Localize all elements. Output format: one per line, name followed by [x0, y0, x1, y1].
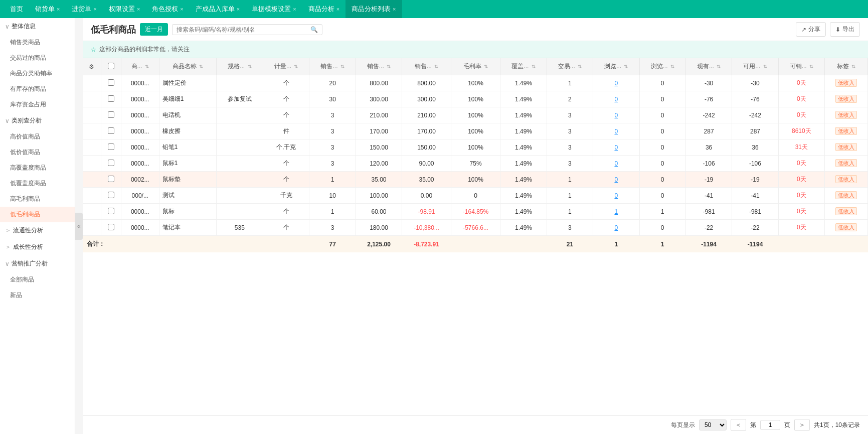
row-settings[interactable] [83, 172, 101, 188]
col-unit[interactable]: 计量... ⇅ [263, 58, 309, 75]
col-code[interactable]: 商... ⇅ [121, 58, 159, 75]
row-browse1[interactable]: 0 [593, 156, 639, 172]
col-sales-count[interactable]: 销售... ⇅ [309, 58, 356, 75]
row-settings[interactable] [83, 220, 101, 236]
row-browse1[interactable]: 0 [593, 139, 639, 156]
row-checkbox[interactable] [101, 123, 121, 139]
col-name[interactable]: 商品名称 ⇅ [159, 58, 216, 75]
nav-home[interactable]: 首页 [4, 0, 29, 18]
sidebar-item-low-value[interactable]: 低价值商品 [0, 144, 75, 160]
row-checkbox[interactable] [101, 172, 121, 188]
close-icon[interactable]: × [237, 6, 240, 12]
col-browse2[interactable]: 浏览... ⇅ [639, 58, 685, 75]
row-settings[interactable] [83, 107, 101, 123]
col-browse1[interactable]: 浏览... ⇅ [593, 58, 639, 75]
sidebar-group-marketing-analysis[interactable]: ∨ 营销推广分析 [0, 255, 75, 272]
row-stock-current: -22 [685, 220, 732, 236]
col-spec[interactable]: 规格... ⇅ [216, 58, 263, 75]
row-unit: 个 [263, 204, 309, 220]
row-settings[interactable] [83, 204, 101, 220]
nav-sales-order[interactable]: 销货单 × [29, 0, 66, 18]
col-tag[interactable]: 标签 ⇅ [825, 58, 868, 75]
sidebar-item-traded-goods[interactable]: 交易过的商品 [0, 50, 75, 66]
row-browse1[interactable]: 0 [593, 123, 639, 139]
col-settings[interactable]: ⚙ [83, 58, 101, 75]
nav-role-auth[interactable]: 角色授权 × [146, 0, 189, 18]
close-icon[interactable]: × [393, 6, 396, 12]
row-browse1[interactable]: 0 [593, 91, 639, 107]
col-coverage[interactable]: 覆盖... ⇅ [500, 58, 547, 75]
row-checkbox[interactable] [101, 107, 121, 123]
col-stock-current[interactable]: 现有... ⇅ [685, 58, 732, 75]
close-icon[interactable]: × [93, 6, 96, 12]
row-browse2: 0 [639, 107, 685, 123]
sidebar-item-stocked-goods[interactable]: 有库存的商品 [0, 81, 75, 97]
row-checkbox[interactable] [101, 139, 121, 156]
sidebar-item-all-goods[interactable]: 全部商品 [0, 272, 75, 287]
search-icon[interactable]: 🔍 [310, 26, 318, 33]
close-icon[interactable]: × [180, 6, 183, 12]
row-checkbox[interactable] [101, 188, 121, 204]
sidebar-item-stock-capital[interactable]: 库存资金占用 [0, 97, 75, 112]
nav-product-analysis[interactable]: 商品分析 × [302, 0, 345, 18]
export-button[interactable]: ⬇ 导出 [830, 22, 860, 37]
row-browse1[interactable]: 0 [593, 172, 639, 188]
filter-time-button[interactable]: 近一月 [140, 23, 168, 36]
row-browse2: 0 [639, 91, 685, 107]
row-browse1[interactable]: 0 [593, 75, 639, 91]
sidebar-group-category-analysis[interactable]: ∨ 类别查分析 [0, 112, 75, 129]
row-checkbox[interactable] [101, 220, 121, 236]
nav-product-warehouse[interactable]: 产成品入库单 × [190, 0, 246, 18]
col-sales-profit[interactable]: 销售... ⇅ [402, 58, 451, 75]
row-settings[interactable] [83, 139, 101, 156]
page-size-select[interactable]: 50 100 200 [699, 419, 727, 430]
search-box[interactable]: 🔍 [172, 24, 322, 35]
col-gross-rate[interactable]: 毛利率 ⇅ [451, 58, 500, 75]
row-settings[interactable] [83, 156, 101, 172]
col-trade[interactable]: 交易... ⇅ [547, 58, 593, 75]
select-all-checkbox[interactable] [108, 63, 114, 69]
row-settings[interactable] [83, 188, 101, 204]
sidebar-group-growth-analysis[interactable]: ＞ 成长性分析 [0, 239, 75, 255]
row-browse1[interactable]: 0 [593, 188, 639, 204]
row-settings[interactable] [83, 123, 101, 139]
row-settings[interactable] [83, 75, 101, 91]
sidebar-item-high-value[interactable]: 高价值商品 [0, 129, 75, 144]
col-checkbox[interactable] [101, 58, 121, 75]
prev-page-button[interactable]: ＜ [731, 419, 746, 431]
nav-permission[interactable]: 权限设置 × [103, 0, 146, 18]
nav-product-analysis-list[interactable]: 商品分析列表 × [345, 0, 402, 18]
table-row: 0000... 鼠标 个 1 60.00 -98.91 -164.85% 1.4… [83, 204, 868, 220]
row-checkbox[interactable] [101, 75, 121, 91]
row-browse1[interactable]: 0 [593, 220, 639, 236]
close-icon[interactable]: × [336, 6, 339, 12]
sidebar-item-new-goods[interactable]: 新品 [0, 287, 75, 303]
sidebar-group-flow-analysis[interactable]: ＞ 流通性分析 [0, 222, 75, 239]
sidebar-item-low-coverage[interactable]: 低覆盖度商品 [0, 176, 75, 191]
sidebar-item-high-margin[interactable]: 高毛利商品 [0, 191, 75, 207]
row-browse1[interactable]: 0 [593, 107, 639, 123]
sidebar-group-overall[interactable]: ∨ 整体信息 [0, 18, 75, 35]
col-stock-available[interactable]: 可用... ⇅ [732, 58, 778, 75]
sidebar-item-sales-goods[interactable]: 销售类商品 [0, 35, 75, 50]
close-icon[interactable]: × [137, 6, 140, 12]
search-input[interactable] [177, 26, 310, 33]
sidebar-item-category-assist-rate[interactable]: 商品分类助销率 [0, 66, 75, 81]
close-icon[interactable]: × [57, 6, 60, 12]
col-sales-price[interactable]: 销售... ⇅ [356, 58, 402, 75]
nav-template-setting[interactable]: 单据模板设置 × [246, 0, 302, 18]
col-stock-saleable[interactable]: 可销... ⇅ [778, 58, 824, 75]
row-checkbox[interactable] [101, 204, 121, 220]
row-browse1[interactable]: 1 [593, 204, 639, 220]
nav-purchase-order[interactable]: 进货单 × [66, 0, 102, 18]
row-checkbox[interactable] [101, 91, 121, 107]
row-settings[interactable] [83, 91, 101, 107]
close-icon[interactable]: × [293, 6, 296, 12]
row-checkbox[interactable] [101, 156, 121, 172]
sidebar-item-high-coverage[interactable]: 高覆盖度商品 [0, 160, 75, 176]
next-page-button[interactable]: ＞ [794, 419, 810, 431]
sidebar-collapse-button[interactable]: « [75, 213, 83, 240]
sidebar-item-low-margin[interactable]: 低毛利商品 [0, 207, 75, 222]
page-number-input[interactable] [760, 420, 780, 430]
share-button[interactable]: ↗ 分享 [796, 22, 826, 37]
